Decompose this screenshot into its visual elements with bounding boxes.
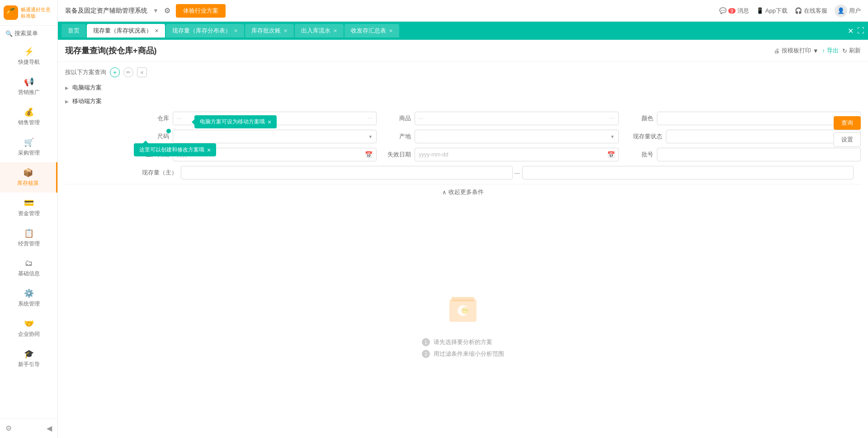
sidebar-item-enterprise[interactable]: 🤝 企业协同 xyxy=(0,313,57,344)
export-button[interactable]: ↑ 导出 xyxy=(822,47,839,55)
sidebar-item-newbie[interactable]: 🎓 新手引导 xyxy=(0,344,57,374)
stock-qty-max[interactable] xyxy=(522,166,854,179)
newbie-icon: 🎓 xyxy=(24,349,34,359)
online-support-button[interactable]: 🎧 在线客服 xyxy=(795,7,827,15)
tab-close-inventory-dist[interactable]: ✕ xyxy=(234,28,238,34)
warehouse-more-icon: ⋯ xyxy=(368,116,373,122)
support-icon: 🎧 xyxy=(795,7,802,14)
sidebar-item-basic[interactable]: 🗂 基础信息 xyxy=(0,253,57,283)
filter-arrow-button[interactable]: « xyxy=(137,67,147,77)
page-title: 现存量查询(按仓库+商品) xyxy=(65,45,157,56)
warehouse-label: 仓库 xyxy=(142,114,169,122)
finance-icon: 💳 xyxy=(24,198,34,208)
sidebar-item-inventory[interactable]: 📦 库存核算 xyxy=(0,162,57,193)
product-input[interactable]: ··· ⋯ xyxy=(415,112,618,125)
query-buttons: 查询 设置 xyxy=(834,116,861,147)
system-dropdown-icon[interactable]: ▼ xyxy=(153,7,159,14)
export-icon: ↑ xyxy=(822,47,826,54)
template-dropdown-icon: ▼ xyxy=(813,47,819,54)
expiry-date-start[interactable]: yyyy-mm-dd 📅 xyxy=(415,148,618,161)
scheme-pc-arrow: ▶ xyxy=(65,85,69,90)
settings-icon[interactable]: ⚙ xyxy=(5,424,12,433)
collapse-button[interactable]: ∧ 收起更多条件 xyxy=(442,188,484,196)
logo-text: 畅通通好生意 标准版 xyxy=(21,6,51,19)
sidebar-item-marketing[interactable]: 📢 营销推广 xyxy=(0,71,57,102)
sidebar-item-sales[interactable]: 💰 销售管理 xyxy=(0,102,57,132)
filter-edit-button[interactable]: ✏ xyxy=(123,67,133,77)
sidebar: 🍊 畅通通好生意 标准版 🔍 搜索菜单 ⚡ 快捷导航 📢 营销推广 💰 销售管理 xyxy=(0,0,58,438)
scheme-pc[interactable]: ▶ 电脑端方案 xyxy=(65,83,861,93)
app-download-button[interactable]: 📱 App下载 xyxy=(756,7,788,15)
page-actions: 🖨 按模板打印 ▼ ↑ 导出 ↻ 刷新 xyxy=(774,47,861,55)
stock-qty-min[interactable] xyxy=(181,166,513,179)
search-icon: 🔍 xyxy=(5,30,13,37)
sidebar-item-quick[interactable]: ⚡ 快捷导航 xyxy=(0,41,57,71)
tab-inventory-batch[interactable]: 库存批次账 ✕ xyxy=(245,24,294,38)
query-button[interactable]: 查询 xyxy=(834,116,861,130)
tooltip-edit: 这里可以创建和修改方案哦 × xyxy=(134,143,216,156)
tab-close-inout-flow[interactable]: ✕ xyxy=(333,28,337,34)
scheme-mobile[interactable]: ▶ 移动端方案 xyxy=(65,96,861,106)
marketing-icon: 📢 xyxy=(24,77,34,87)
tab-collection-summary[interactable]: 收发存汇总表 ✕ xyxy=(344,24,399,38)
sidebar-item-purchase[interactable]: 🛒 采购管理 xyxy=(0,132,57,162)
batch-input[interactable] xyxy=(657,148,861,161)
collapse-sidebar-icon[interactable]: ◀ xyxy=(47,424,52,433)
quick-icon: ⚡ xyxy=(24,47,34,57)
empty-steps: 1 请先选择要分析的方案 2 用过滤条件来缩小分析范围 xyxy=(422,338,504,358)
message-badge: 9 xyxy=(728,8,736,14)
message-icon: 💬 xyxy=(719,7,726,14)
range-dash: — xyxy=(514,170,520,176)
avatar: 👤 xyxy=(835,5,847,17)
color-input[interactable]: ▼ xyxy=(657,112,861,125)
origin-label: 产地 xyxy=(384,132,411,141)
tab-inventory-status[interactable]: 现存量（库存状况表） ✕ xyxy=(87,24,165,38)
trial-button[interactable]: 体验行业方案 xyxy=(176,4,226,18)
production-date-start-calendar-icon[interactable]: 📅 xyxy=(365,151,373,158)
scheme-mobile-arrow: ▶ xyxy=(65,99,69,104)
tab-bar: 首页 现存量（库存状况表） ✕ 现存量（库存分布表） ✕ 库存批次账 ✕ 出入库… xyxy=(58,22,868,40)
origin-dropdown-icon: ▼ xyxy=(610,134,615,139)
tab-bar-actions: ✕ ⛶ xyxy=(848,27,864,35)
tab-close-inventory-batch[interactable]: ✕ xyxy=(283,28,288,34)
tab-close-inventory-status[interactable]: ✕ xyxy=(155,28,159,34)
empty-step-2: 2 用过滤条件来缩小分析范围 xyxy=(422,350,504,358)
system-icon: ⚙️ xyxy=(24,288,34,298)
system-name: 装备及固定资产辅助管理系统 xyxy=(65,7,147,15)
header-right: 💬 9 消息 📱 App下载 🎧 在线客服 👤 用户 xyxy=(719,5,861,17)
product-more-icon: ⋯ xyxy=(610,116,615,122)
tab-close-all-icon[interactable]: ✕ xyxy=(848,27,854,35)
user-button[interactable]: 👤 用户 xyxy=(835,5,861,17)
step-1-num: 1 xyxy=(422,338,430,346)
sidebar-item-system[interactable]: ⚙️ 系统管理 xyxy=(0,283,57,313)
sidebar-item-finance[interactable]: 💳 资金管理 xyxy=(0,193,57,223)
size-input[interactable]: ▼ xyxy=(173,130,377,143)
origin-input[interactable]: ▼ xyxy=(415,130,618,143)
tab-fullscreen-icon[interactable]: ⛶ xyxy=(857,27,864,35)
search-menu[interactable]: 🔍 搜索菜单 xyxy=(0,26,57,41)
tab-home[interactable]: 首页 xyxy=(61,24,86,38)
expiry-date-calendar-icon[interactable]: 📅 xyxy=(607,151,615,158)
refresh-button[interactable]: ↻ 刷新 xyxy=(842,47,861,55)
message-button[interactable]: 💬 9 消息 xyxy=(719,7,749,15)
filter-area: 按以下方案查询 + ✏ « ▶ 电脑端方案 ▶ 移动 xyxy=(58,62,868,205)
template-print-button[interactable]: 🖨 按模板打印 ▼ xyxy=(774,47,819,55)
filter-add-button[interactable]: + xyxy=(110,67,120,77)
batch-label: 批号 xyxy=(626,151,653,159)
tab-close-collection-summary[interactable]: ✕ xyxy=(389,28,393,34)
tab-inout-flow[interactable]: 出入库流水 ✕ xyxy=(295,24,344,38)
header-settings-icon[interactable]: ⚙ xyxy=(164,6,170,15)
empty-state: 😶 1 请先选择要分析的方案 2 用过滤条件来缩小分析范围 xyxy=(58,205,868,438)
stock-qty-label: 现存量（主） xyxy=(142,169,177,177)
tooltip-edit-close[interactable]: × xyxy=(207,147,211,153)
stock-status-label: 现存量状态 xyxy=(626,132,662,141)
tab-inventory-dist[interactable]: 现存量（库存分布表） ✕ xyxy=(166,24,244,38)
scheme-pc-name: 电脑端方案 xyxy=(72,84,102,92)
svg-rect-1 xyxy=(452,297,474,301)
sidebar-item-operations[interactable]: 📋 经营管理 xyxy=(0,223,57,253)
scheme-mobile-name: 移动端方案 xyxy=(72,97,102,105)
reset-button[interactable]: 设置 xyxy=(834,132,861,147)
svg-text:😶: 😶 xyxy=(461,307,469,315)
stock-status-input[interactable]: ▼ xyxy=(666,130,861,143)
tooltip-pc-close[interactable]: × xyxy=(268,119,271,125)
